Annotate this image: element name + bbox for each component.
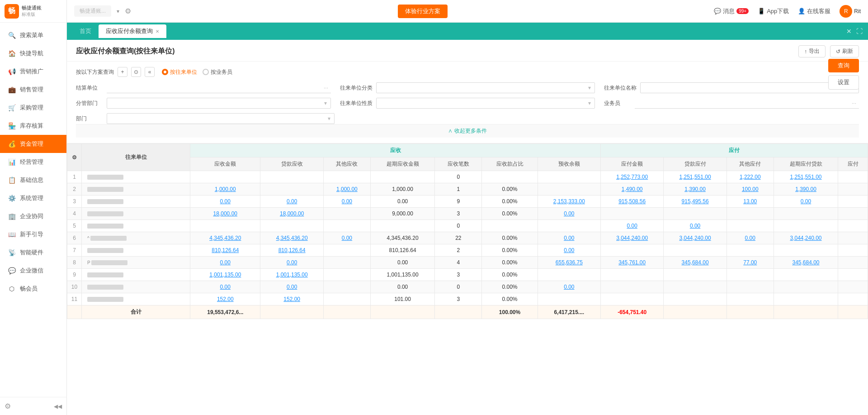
cell[interactable]: 915,495.56 — [664, 196, 726, 208]
app-download-item[interactable]: 📱 App下载 — [758, 7, 789, 15]
cell[interactable]: 1,490.00 — [601, 183, 664, 196]
cell[interactable]: 1,390.00 — [774, 183, 838, 196]
input-salesperson[interactable]: ··· — [635, 98, 859, 109]
th-settings[interactable]: ⚙ — [67, 144, 82, 171]
sidebar-item-marketing[interactable]: 📢营销推广 — [0, 62, 66, 81]
select-partner-cat[interactable]: ▾ — [376, 82, 595, 93]
cell[interactable]: 0.00 — [726, 232, 774, 244]
cell[interactable]: 655,636.75 — [538, 257, 600, 269]
tab-home[interactable]: 首页 — [72, 24, 99, 38]
cell[interactable]: 0.00 — [664, 220, 726, 232]
cell[interactable]: 0.00 — [774, 196, 838, 208]
online-service-item[interactable]: 👤 在线客服 — [798, 7, 830, 15]
collapse-bar[interactable]: ∧ 收起更多条件 — [76, 124, 859, 138]
footer-recv[interactable]: 19,553,472,6... — [190, 305, 260, 319]
filter-settings-btn2[interactable]: ⊙ — [131, 67, 141, 77]
cell[interactable]: 0.00 — [260, 257, 323, 269]
user-item[interactable]: R Rit — [840, 5, 861, 18]
cell[interactable]: 18,000.00 — [260, 208, 323, 220]
table-wrapper[interactable]: ⚙ 往来单位 应收 应付 应收金额 贷款应收 其他应收 超期应收金额 应收笔数 — [67, 143, 868, 319]
query-btn[interactable]: 查询 — [828, 59, 859, 72]
cell[interactable]: 1,251,551.00 — [664, 171, 726, 183]
sidebar-item-system[interactable]: ⚙️系统管理 — [0, 189, 66, 207]
cell[interactable]: 4,345,436.20 — [260, 232, 323, 244]
cell[interactable]: 3,044,240.00 — [601, 232, 664, 244]
cell[interactable]: 0.00 — [601, 220, 664, 232]
cell[interactable]: 1,000.00 — [323, 183, 370, 196]
cell[interactable]: 0.00 — [538, 232, 600, 244]
cell[interactable]: 4,345,436.20 — [190, 232, 260, 244]
cell[interactable]: 1,001,135.00 — [260, 269, 323, 281]
topbar-gear-icon[interactable]: ⚙ — [125, 7, 131, 15]
settings-btn[interactable]: 设置 — [828, 75, 859, 90]
sidebar-item-finance[interactable]: 💰资金管理 — [0, 135, 66, 153]
sidebar-item-sales[interactable]: 💼销售管理 — [0, 81, 66, 99]
cell[interactable]: 1,222.00 — [726, 171, 774, 183]
cell[interactable]: 0.00 — [538, 244, 600, 257]
collapse-sidebar-icon[interactable]: ◀◀ — [54, 403, 62, 410]
select-partner-nature[interactable]: ▾ — [376, 98, 595, 109]
cell[interactable]: 100.00 — [726, 183, 774, 196]
filter-collapse-btn2[interactable]: « — [145, 67, 155, 77]
cell[interactable]: 1,000.00 — [190, 183, 260, 196]
cell[interactable]: 13.00 — [726, 196, 774, 208]
cell[interactable]: 915,508.56 — [601, 196, 664, 208]
input-partner-name[interactable] — [640, 82, 859, 93]
cell[interactable]: 2,153,333.00 — [538, 196, 600, 208]
tab-accounts[interactable]: 应收应付余额查询 ✕ — [99, 24, 166, 38]
cell[interactable]: 810,126.64 — [190, 244, 260, 257]
cell[interactable]: 3,044,240.00 — [774, 232, 838, 244]
cell[interactable]: 3,044,240.00 — [664, 232, 726, 244]
sidebar-item-hardware[interactable]: 📡智能硬件 — [0, 243, 66, 262]
footer-prepaid[interactable]: 6,417,215.... — [538, 305, 600, 319]
cell[interactable]: 345,761.00 — [601, 257, 664, 269]
select-dept[interactable]: ▾ — [107, 113, 335, 124]
cell-pay-extra — [838, 269, 868, 281]
cell[interactable]: 152.00 — [190, 293, 260, 305]
cell[interactable]: 0.00 — [260, 281, 323, 293]
refresh-btn[interactable]: ↺ 刷新 — [830, 45, 859, 57]
cell[interactable]: 152.00 — [260, 293, 323, 305]
topbar-arrow-icon[interactable]: ▾ — [117, 8, 119, 14]
settings-bottom-icon[interactable]: ⚙ — [5, 402, 11, 410]
cell[interactable]: 0.00 — [538, 208, 600, 220]
cell[interactable]: 1,252,773.00 — [601, 171, 664, 183]
input-jiesuan[interactable]: ··· — [107, 83, 331, 93]
industry-btn[interactable]: 体验行业方案 — [398, 5, 448, 18]
sidebar-item-quicknav[interactable]: 🏠快捷导航 — [0, 44, 66, 62]
tab-close-icon[interactable]: ✕ — [156, 29, 159, 34]
sidebar-item-inventory[interactable]: 🏪库存核算 — [0, 117, 66, 135]
cell[interactable]: 1,390.00 — [664, 183, 726, 196]
cell[interactable]: 0.00 — [538, 281, 600, 293]
sidebar-item-operation[interactable]: 📊经营管理 — [0, 153, 66, 171]
export-btn[interactable]: ↑ 导出 — [798, 45, 826, 57]
cell[interactable]: 345,684.00 — [664, 257, 726, 269]
cell[interactable]: 0.00 — [260, 196, 323, 208]
notification-item[interactable]: 💬 消息 99+ — [714, 7, 749, 15]
cell[interactable]: 0.00 — [190, 257, 260, 269]
cell[interactable]: 345,684.00 — [774, 257, 838, 269]
cell[interactable]: 0.00 — [190, 196, 260, 208]
sidebar-item-purchase[interactable]: 🛒采购管理 — [0, 99, 66, 117]
cell[interactable]: 0.00 — [190, 281, 260, 293]
sidebar-item-search[interactable]: 🔍搜索菜单 — [0, 26, 66, 44]
cell[interactable]: 0.00 — [323, 196, 370, 208]
scheme-opt-by-unit[interactable]: 按往来单位 — [162, 68, 197, 76]
sidebar-item-enterprise[interactable]: 🏢企业协同 — [0, 207, 66, 225]
tab-close-window-icon[interactable]: ✕ — [846, 28, 852, 35]
cell[interactable]: 1,001,135.00 — [190, 269, 260, 281]
cell[interactable]: 77.00 — [726, 257, 774, 269]
filter-add-btn[interactable]: + — [118, 67, 127, 77]
cell[interactable]: 1,251,551.00 — [774, 171, 838, 183]
tab-expand-icon[interactable]: ⛶ — [856, 28, 863, 35]
cell[interactable]: 810,126.64 — [260, 244, 323, 257]
cell[interactable]: 0.00 — [323, 232, 370, 244]
sidebar-item-guide[interactable]: 📖新手引导 — [0, 225, 66, 243]
cell[interactable]: 18,000.00 — [190, 208, 260, 220]
scheme-opt-by-staff[interactable]: 按业务员 — [203, 68, 232, 76]
sidebar-item-member[interactable]: ⬡畅会员 — [0, 280, 66, 298]
sidebar-item-wechat[interactable]: 💬企业微信 — [0, 262, 66, 280]
filter-scheme-label: 按以下方案查询 — [76, 68, 114, 76]
sidebar-item-basic[interactable]: 📋基础信息 — [0, 171, 66, 189]
select-dept-managed[interactable]: ▾ — [107, 98, 331, 109]
